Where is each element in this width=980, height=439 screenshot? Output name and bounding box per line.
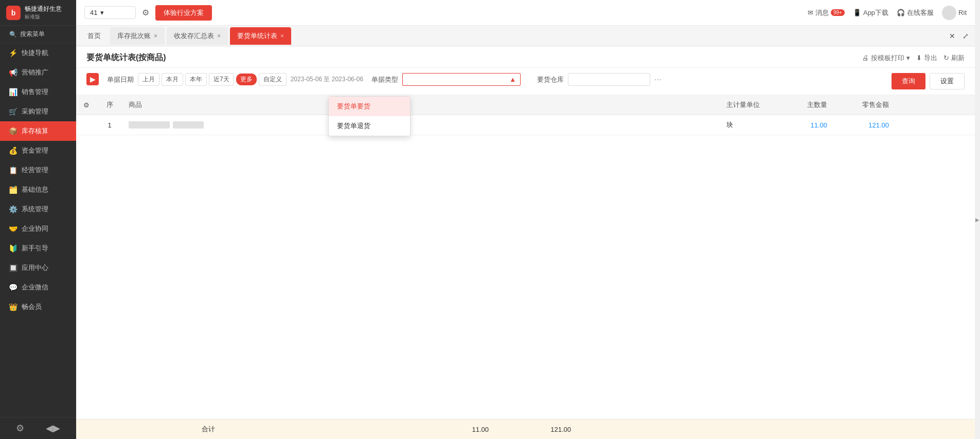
sidebar-item-marketing[interactable]: 📢 营销推广 <box>0 63 76 82</box>
warehouse-label: 要货仓库 <box>537 75 564 84</box>
enterprise-icon: 🤝 <box>8 224 17 233</box>
store-id: 41 <box>90 9 97 16</box>
app-download-item[interactable]: 📱 App下载 <box>853 8 888 17</box>
topbar-settings-icon[interactable]: ⚙ <box>142 8 149 17</box>
sidebar-settings-btn[interactable]: ⚙ <box>16 423 24 434</box>
settings-button[interactable]: 设置 <box>930 73 965 89</box>
footer-total-label: 合计 <box>195 425 376 434</box>
sidebar-search[interactable]: 🔍 搜索菜单 <box>0 26 76 43</box>
sidebar-collapse-btn[interactable]: ◀▶ <box>46 423 60 434</box>
warehouse-input[interactable] <box>568 73 650 86</box>
tab-summary[interactable]: 收发存汇总表 × <box>167 27 228 45</box>
type-input-group: ▲ <box>402 73 521 86</box>
filter-expand-btn[interactable]: ▶ <box>86 73 99 85</box>
row-amount[interactable]: 121.00 <box>833 115 895 135</box>
query-button[interactable]: 查询 <box>892 73 925 89</box>
table-header-row: ⚙ 序 商品 主计量单位 主数量 零售金额 <box>76 95 975 115</box>
date-btn-custom[interactable]: 自定义 <box>259 73 287 86</box>
inventory-icon: 📦 <box>8 126 17 136</box>
sidebar-item-finance[interactable]: 💰 资金管理 <box>0 141 76 160</box>
sidebar-nav: ⚡ 快捷导航 📢 营销推广 📊 销售管理 🛒 采购管理 📦 库存核算 💰 资金管… <box>0 43 76 417</box>
close-all-tabs-btn[interactable]: ✕ <box>947 31 957 41</box>
col-header-unit: 主计量单位 <box>720 95 772 115</box>
type-dropdown-btn[interactable]: ▲ <box>505 73 521 86</box>
row-unit: 块 <box>720 115 772 135</box>
export-btn[interactable]: ⬇ 导出 <box>916 53 937 63</box>
sidebar-item-purchase[interactable]: 🛒 采购管理 <box>0 102 76 121</box>
headset-icon: 🎧 <box>897 9 905 16</box>
phone-icon: 📱 <box>853 9 861 16</box>
col-header-amount: 零售金额 <box>833 95 895 115</box>
row-qty[interactable]: 11.00 <box>772 115 833 135</box>
sidebar-item-enterprise[interactable]: 🤝 企业协同 <box>0 219 76 239</box>
operations-icon: 📋 <box>8 166 17 175</box>
sidebar-item-system[interactable]: ⚙️ 系统管理 <box>0 199 76 219</box>
sidebar-item-quick-nav[interactable]: ⚡ 快捷导航 <box>0 43 76 63</box>
finance-icon: 💰 <box>8 146 17 155</box>
dropdown-item-order-goods[interactable]: 要货单要货 <box>329 97 410 116</box>
right-edge-handle[interactable]: ▶ <box>975 0 980 439</box>
search-icon: 🔍 <box>9 31 17 38</box>
product-block-2 <box>173 121 204 129</box>
message-icon: ✉ <box>808 9 813 16</box>
warehouse-more-btn[interactable]: ··· <box>654 75 661 84</box>
type-label: 单据类型 <box>371 75 398 84</box>
page-header: 要货单统计表(按商品) 🖨 按模板打印 ▾ ⬇ 导出 ↻ 刷新 <box>76 46 975 68</box>
tab-order-stat[interactable]: 要货单统计表 × <box>230 27 291 45</box>
product-block-1 <box>129 121 170 129</box>
export-icon: ⬇ <box>916 54 922 62</box>
base-icon: 🗂️ <box>8 185 17 194</box>
print-btn[interactable]: 🖨 按模板打印 ▾ <box>862 53 910 63</box>
col-header-settings[interactable]: ⚙ <box>76 95 97 115</box>
footer-total-amount: 121.00 <box>509 426 571 433</box>
tabs-bar: 首页 库存批次账 × 收发存汇总表 × 要货单统计表 × ✕ ⤢ <box>76 26 975 46</box>
main-content: 41 ▾ ⚙ 体验行业方案 ✉ 消息 99+ 📱 App下载 🎧 在线客服 Ri… <box>76 0 975 439</box>
sidebar-item-inventory[interactable]: 📦 库存核算 <box>0 121 76 141</box>
marketing-icon: 📢 <box>8 68 17 77</box>
sidebar-item-operations[interactable]: 📋 经营管理 <box>0 160 76 180</box>
date-label: 单据日期 <box>107 75 134 84</box>
store-selector[interactable]: 41 ▾ <box>84 6 136 19</box>
restore-tabs-btn[interactable]: ⤢ <box>960 31 971 41</box>
footer-total-qty: 11.00 <box>427 426 489 433</box>
sidebar-item-sales[interactable]: 📊 销售管理 <box>0 82 76 102</box>
purchase-icon: 🛒 <box>8 107 17 116</box>
sales-icon: 📊 <box>8 87 17 97</box>
filter-date-btns: 上月 本月 本年 近7天 更多 自定义 <box>138 73 287 86</box>
sidebar-item-base[interactable]: 🗂️ 基础信息 <box>0 180 76 199</box>
sidebar-item-wechat[interactable]: 💬 企业微信 <box>0 278 76 297</box>
date-btn-this-month[interactable]: 本月 <box>162 73 183 86</box>
message-badge-item[interactable]: ✉ 消息 99+ <box>808 8 845 17</box>
page-header-actions: 🖨 按模板打印 ▾ ⬇ 导出 ↻ 刷新 <box>862 53 965 63</box>
filter-warehouse-group: 要货仓库 ··· <box>537 73 661 86</box>
tab-close-summary[interactable]: × <box>217 32 221 40</box>
sidebar-item-apps[interactable]: 🔲 应用中心 <box>0 258 76 278</box>
service-item[interactable]: 🎧 在线客服 <box>897 8 934 17</box>
apps-icon: 🔲 <box>8 263 17 272</box>
date-btn-this-year[interactable]: 本年 <box>185 73 207 86</box>
dropdown-item-return-goods[interactable]: 要货单退货 <box>329 116 410 136</box>
tab-batch[interactable]: 库存批次账 × <box>110 27 165 45</box>
tab-home[interactable]: 首页 <box>80 27 108 45</box>
page-title: 要货单统计表(按商品) <box>86 52 166 63</box>
type-input[interactable] <box>402 73 505 86</box>
date-btn-last-month[interactable]: 上月 <box>138 73 159 86</box>
tab-close-batch[interactable]: × <box>154 32 157 40</box>
sidebar-item-member[interactable]: 👑 畅会员 <box>0 297 76 317</box>
table-footer: 合计 11.00 121.00 <box>76 419 975 439</box>
col-header-num: 序 <box>97 95 122 115</box>
table-container: ⚙ 序 商品 主计量单位 主数量 零售金额 1 <box>76 95 975 419</box>
refresh-btn[interactable]: ↻ 刷新 <box>943 53 965 63</box>
message-badge: 99+ <box>831 9 845 16</box>
tab-close-order-stat[interactable]: × <box>280 32 284 40</box>
sidebar-item-guide[interactable]: 🔰 新手引导 <box>0 239 76 258</box>
trial-button[interactable]: 体验行业方案 <box>155 5 212 21</box>
logo-text: 畅捷通好生意 标准版 <box>25 5 62 20</box>
user-avatar-item[interactable]: Rit <box>942 6 967 20</box>
type-dropdown-menu: 要货单要货 要货单退货 <box>328 96 411 136</box>
date-btn-more[interactable]: 更多 <box>236 74 257 85</box>
row-settings <box>76 115 97 135</box>
filter-type-group: 单据类型 ▲ <box>371 73 521 86</box>
date-btn-7days[interactable]: 近7天 <box>209 73 234 86</box>
filter-bar: ▶ 单据日期 上月 本月 本年 近7天 更多 自定义 2023-05-06 至 … <box>76 68 975 95</box>
